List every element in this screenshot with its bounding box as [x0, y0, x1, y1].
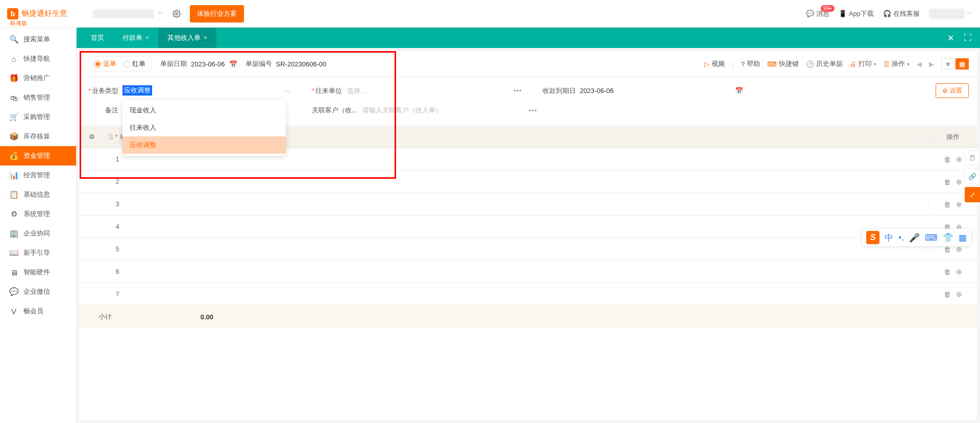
- user-menu[interactable]: ﹀: [929, 9, 973, 19]
- doc-date-field[interactable]: 单据日期 2023-06-06 📅: [160, 59, 237, 68]
- add-row-icon[interactable]: ⊕: [956, 200, 962, 208]
- sidebar-item-sales[interactable]: 🛍销售管理: [0, 88, 76, 107]
- home-icon: ⌂: [9, 54, 18, 63]
- dealer-input[interactable]: [346, 85, 509, 97]
- close-icon[interactable]: ×: [145, 34, 149, 41]
- tab-home[interactable]: 首页: [82, 28, 113, 48]
- ime-lang[interactable]: 中: [885, 232, 893, 244]
- side-tool-link[interactable]: 🔗: [965, 169, 980, 184]
- radio-red[interactable]: 红单: [124, 59, 145, 68]
- ime-mic-icon[interactable]: 🎤: [909, 232, 920, 243]
- sidebar-item-system[interactable]: ⚙系统管理: [0, 204, 76, 224]
- separator: |: [732, 60, 733, 68]
- delete-icon[interactable]: 🗑: [944, 178, 951, 186]
- more-icon[interactable]: •••: [513, 87, 522, 95]
- help-icon: ?: [741, 60, 745, 68]
- table-row[interactable]: 5🗑⊕: [80, 238, 977, 261]
- related-customer-input[interactable]: [361, 104, 525, 116]
- sidebar-item-guide[interactable]: 📖新手引导: [0, 243, 76, 263]
- sidebar-item-basic[interactable]: 📋基础信息: [0, 185, 76, 204]
- table-row[interactable]: 7🗑⊕: [80, 283, 977, 306]
- sidebar-item-collab[interactable]: 🏢企业协同: [0, 224, 76, 243]
- messages-link[interactable]: 💬 消息 99+: [806, 9, 829, 18]
- sidebar-item-purchase[interactable]: 🛒采购管理: [0, 107, 76, 127]
- chevron-up-icon: ︿: [285, 86, 291, 95]
- prev-icon[interactable]: ◀: [917, 60, 922, 68]
- help-link[interactable]: ?帮助: [741, 59, 760, 68]
- sidebar-item-inventory[interactable]: 📦库存核算: [0, 127, 76, 146]
- close-icon[interactable]: ×: [204, 34, 207, 41]
- dealer-field: *往来单位 •••: [311, 85, 522, 97]
- biz-type-dropdown: 现金收入 往来收入 应收调整: [122, 100, 286, 156]
- delete-icon[interactable]: 🗑: [944, 268, 951, 276]
- delete-icon[interactable]: 🗑: [944, 290, 951, 298]
- view-toggle: ≡ ▦: [941, 58, 969, 69]
- sidebar-item-label: 基础信息: [23, 190, 50, 199]
- sort-icon: ⇅: [108, 133, 114, 140]
- tab-payment[interactable]: 付款单×: [113, 28, 158, 48]
- ime-bar[interactable]: S 中 •, 🎤 ⌨ 👕 ▦: [862, 229, 971, 246]
- side-tool-expand[interactable]: ⤢: [965, 187, 980, 202]
- sidebar-item-wechat[interactable]: 💬企业微信: [0, 282, 76, 301]
- online-service-link[interactable]: 🎧 在线客服: [883, 9, 920, 18]
- sidebar-item-search-menu[interactable]: 🔍搜索菜单: [0, 30, 76, 49]
- table-row[interactable]: 2🗑⊕: [80, 171, 977, 193]
- dropdown-option-adjust[interactable]: 应收调整: [122, 136, 286, 154]
- sidebar-item-shortcut[interactable]: ⌂快捷导航: [0, 49, 76, 68]
- table-settings-button[interactable]: ⚙: [80, 133, 104, 140]
- more-icon[interactable]: •••: [529, 107, 537, 114]
- operate-link[interactable]: ☰操作▾: [884, 59, 910, 68]
- tab-other-income[interactable]: 其他收入单×: [158, 28, 216, 48]
- org-selector[interactable]: ﹀: [93, 9, 163, 18]
- add-row-icon[interactable]: ⊕: [956, 155, 962, 163]
- table-row[interactable]: 3🗑⊕: [80, 193, 977, 216]
- radio-icon: [124, 61, 130, 67]
- sidebar-item-business[interactable]: 📊经营管理: [0, 166, 76, 185]
- sidebar-item-funds[interactable]: 💰资金管理: [0, 146, 76, 166]
- sidebar-item-vip[interactable]: V畅会员: [0, 301, 76, 321]
- delete-icon[interactable]: 🗑: [944, 155, 951, 163]
- next-icon[interactable]: ▶: [929, 60, 934, 68]
- sidebar-item-hardware[interactable]: 🖥智能硬件: [0, 263, 76, 282]
- radio-blue[interactable]: 蓝单: [94, 59, 116, 68]
- dropdown-option-cash[interactable]: 现金收入: [122, 102, 286, 119]
- view-list-button[interactable]: ≡: [941, 58, 954, 69]
- calendar-icon[interactable]: 📅: [735, 87, 743, 95]
- sidebar-item-label: 新手引导: [23, 248, 50, 257]
- ime-keyboard-icon[interactable]: ⌨: [925, 232, 938, 243]
- print-link[interactable]: 🖨打印▾: [850, 59, 876, 68]
- ime-skin-icon[interactable]: 👕: [943, 232, 953, 243]
- app-download-link[interactable]: 📱 App下载: [839, 9, 874, 18]
- table-row[interactable]: 6🗑⊕: [80, 261, 977, 283]
- cart-icon: 🛍: [9, 93, 18, 102]
- delete-icon[interactable]: 🗑: [944, 200, 951, 208]
- gear-icon: ⚙: [89, 133, 95, 140]
- fullscreen-icon[interactable]: ⛶: [962, 33, 974, 42]
- subtotal-value: 0.00: [131, 313, 223, 321]
- ime-toolbox-icon[interactable]: ▦: [959, 232, 967, 243]
- settings-button[interactable]: ⚙设置: [936, 83, 969, 98]
- history-link[interactable]: 🕑历史单据: [806, 59, 843, 68]
- shortcut-label: 快捷键: [779, 59, 799, 68]
- shortcut-link[interactable]: ⌨快捷键: [767, 59, 799, 68]
- side-tool-note[interactable]: 🗒: [965, 150, 980, 166]
- industry-cta-button[interactable]: 体验行业方案: [190, 5, 244, 22]
- dropdown-option-ar[interactable]: 往来收入: [122, 119, 286, 136]
- sidebar-item-label: 企业协同: [23, 229, 50, 238]
- add-row-icon[interactable]: ⊕: [956, 290, 962, 298]
- biz-type-select[interactable]: 应收调整 ︿ 现金收入 往来收入 应收调整: [122, 85, 291, 96]
- add-row-icon[interactable]: ⊕: [956, 178, 962, 186]
- ime-logo-icon: S: [866, 231, 879, 244]
- view-form-button[interactable]: ▦: [955, 58, 969, 69]
- sidebar-item-marketing[interactable]: 🎁营销推广: [0, 68, 76, 88]
- sidebar-item-label: 库存核算: [23, 132, 50, 141]
- wallet-icon: 💰: [9, 151, 18, 160]
- add-row-icon[interactable]: ⊕: [956, 268, 962, 276]
- ime-punct-icon[interactable]: •,: [898, 232, 904, 243]
- settings-button[interactable]: [169, 7, 184, 21]
- table-row[interactable]: 4🗑⊕: [80, 216, 977, 238]
- close-all-icon[interactable]: ✕: [944, 33, 957, 43]
- operate-label: 操作: [892, 59, 905, 68]
- calendar-icon[interactable]: 📅: [229, 60, 237, 68]
- video-link[interactable]: ▷视频: [704, 59, 725, 68]
